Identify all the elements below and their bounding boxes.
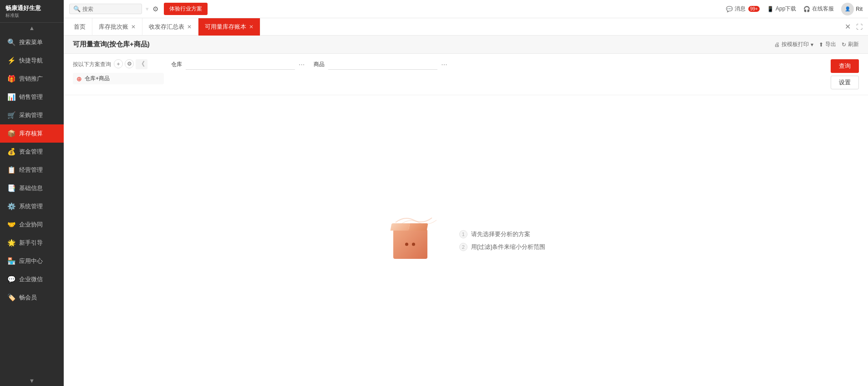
- sidebar-item-system[interactable]: ⚙️系统管理: [0, 197, 64, 216]
- sidebar-label-sales: 销售管理: [19, 93, 43, 101]
- print-dropdown-icon: ▾: [811, 41, 813, 48]
- search-icon: 🔍: [73, 5, 81, 12]
- online-service-label: 在线客服: [812, 5, 834, 13]
- tab-summary-label: 收发存汇总表: [149, 23, 184, 31]
- page-header: 可用量查询(按仓库+商品) 🖨 按模板打印 ▾ ⬆ 导出 ↻ 刷新: [64, 36, 868, 54]
- sidebar-icon-purchase: 🛒: [7, 111, 15, 119]
- sidebar-item-newbie[interactable]: 🌟新手引导: [0, 234, 64, 252]
- hint-num-1: 1: [459, 230, 467, 238]
- sidebar-label-inventory: 库存核算: [19, 129, 43, 138]
- settings-button[interactable]: 设置: [831, 76, 859, 89]
- topbar-right: 💬 消息 99+ 📱 App下载 🎧 在线客服 👤 Rit: [726, 3, 863, 15]
- empty-hint-2: 2 用[过滤]条件来缩小分析范围: [459, 243, 545, 251]
- topbar-separator: ▾: [146, 5, 149, 12]
- filter-schema-label-text: 按以下方案查询: [73, 61, 111, 68]
- online-service-button[interactable]: 🎧 在线客服: [803, 5, 834, 13]
- warehouse-input[interactable]: [186, 59, 295, 70]
- empty-eye-right: [412, 242, 415, 246]
- service-icon: 🎧: [803, 6, 810, 12]
- sidebar-icon-member: 🏷️: [7, 293, 15, 302]
- export-icon: ⬆: [819, 41, 823, 48]
- sidebar-item-search[interactable]: 🔍搜索菜单: [0, 33, 64, 51]
- warehouse-more-icon[interactable]: ···: [299, 61, 305, 69]
- empty-illustration: [386, 213, 441, 268]
- warehouse-label: 仓库: [171, 61, 182, 68]
- expand-button[interactable]: ⛶: [854, 21, 864, 32]
- empty-box-lid-left: [390, 223, 410, 231]
- industry-solution-button[interactable]: 体验行业方案: [164, 3, 208, 15]
- tab-summary[interactable]: 收发存汇总表 ✕: [142, 18, 198, 36]
- sidebar-item-marketing[interactable]: 🎁营销推广: [0, 70, 64, 88]
- sidebar-icon-shortcut: ⚡: [7, 57, 15, 65]
- tab-summary-close[interactable]: ✕: [187, 24, 192, 30]
- sidebar-icon-basic: 📑: [7, 184, 15, 192]
- app-download-button[interactable]: 📱 App下载: [767, 5, 796, 13]
- export-button[interactable]: ⬆ 导出: [819, 41, 836, 48]
- export-label: 导出: [825, 41, 836, 48]
- print-button[interactable]: 🖨 按模板打印 ▾: [774, 41, 813, 48]
- empty-hints: 1 请先选择要分析的方案 2 用[过滤]条件来缩小分析范围: [459, 230, 545, 251]
- sidebar-item-wechat[interactable]: 💬企业微信: [0, 270, 64, 288]
- tab-available[interactable]: 可用量库存账本 ✕: [198, 18, 260, 36]
- settings-schema-button[interactable]: ⚙: [125, 59, 134, 68]
- tab-batch[interactable]: 库存批次账 ✕: [92, 18, 142, 36]
- sidebar-item-purchase[interactable]: 🛒采购管理: [0, 106, 64, 124]
- sidebar-icon-system: ⚙️: [7, 202, 15, 211]
- message-icon: 💬: [726, 6, 733, 12]
- content-area: 可用量查询(按仓库+商品) 🖨 按模板打印 ▾ ⬆ 导出 ↻ 刷新: [64, 36, 868, 386]
- sidebar-icon-enterprise: 🤝: [7, 221, 15, 229]
- sidebar-scroll-up[interactable]: ▲: [0, 23, 64, 33]
- sidebar-label-member: 畅会员: [19, 293, 37, 302]
- empty-box-body: [393, 229, 427, 259]
- goods-input[interactable]: [328, 59, 437, 70]
- sidebar-icon-sales: 📊: [7, 93, 15, 101]
- message-label: 消息: [735, 5, 746, 13]
- sidebar-item-sales[interactable]: 📊销售管理: [0, 88, 64, 106]
- refresh-button[interactable]: ↻ 刷新: [842, 41, 859, 48]
- tab-batch-close[interactable]: ✕: [131, 24, 136, 30]
- print-label: 按模板打印: [782, 41, 809, 48]
- empty-hint-1: 1 请先选择要分析的方案: [459, 230, 545, 238]
- message-button[interactable]: 💬 消息 99+: [726, 5, 760, 13]
- sidebar-nav: 🔍搜索菜单⚡快捷导航🎁营销推广📊销售管理🛒采购管理📦库存核算💰资金管理📋经营管理…: [0, 33, 64, 376]
- query-button[interactable]: 查询: [831, 59, 859, 73]
- logo-sub: 标准版: [5, 12, 58, 19]
- user-area[interactable]: 👤 Rit: [841, 3, 863, 15]
- goods-label: 商品: [314, 61, 325, 68]
- search-input[interactable]: [82, 6, 128, 12]
- sidebar-label-newbie: 新手引导: [19, 239, 43, 247]
- close-all-tabs-button[interactable]: ✕: [843, 21, 853, 33]
- sidebar-item-operation[interactable]: 📋经营管理: [0, 161, 64, 179]
- refresh-icon: ↻: [842, 41, 846, 48]
- sidebar-item-shortcut[interactable]: ⚡快捷导航: [0, 51, 64, 70]
- page-header-actions: 🖨 按模板打印 ▾ ⬆ 导出 ↻ 刷新: [774, 41, 859, 48]
- goods-more-icon[interactable]: ···: [441, 61, 447, 69]
- sidebar-label-appstore: 应用中心: [19, 257, 43, 265]
- app-download-label: App下载: [776, 5, 796, 13]
- sidebar-item-member[interactable]: 🏷️畅会员: [0, 288, 64, 307]
- topbar-search-box[interactable]: 🔍: [69, 4, 142, 14]
- schema-warehouse-goods[interactable]: ⊕ 仓库+商品: [73, 73, 164, 84]
- tabs-right-actions: ✕ ⛶: [843, 21, 864, 33]
- print-icon: 🖨: [774, 41, 780, 48]
- tab-available-close[interactable]: ✕: [249, 24, 254, 30]
- tab-home[interactable]: 首页: [67, 18, 92, 36]
- filter-schema-label: 按以下方案查询 ＋ ⚙ 《: [73, 59, 164, 69]
- sidebar-icon-finance: 💰: [7, 148, 15, 156]
- collapse-schema-button[interactable]: 《: [136, 59, 147, 69]
- add-schema-button[interactable]: ＋: [114, 59, 123, 68]
- sidebar-label-system: 系统管理: [19, 202, 43, 211]
- empty-state: 1 请先选择要分析的方案 2 用[过滤]条件来缩小分析范围: [64, 95, 868, 386]
- sidebar-item-appstore[interactable]: 🏪应用中心: [0, 252, 64, 270]
- sidebar-label-shortcut: 快捷导航: [19, 57, 43, 65]
- sidebar-item-enterprise[interactable]: 🤝企业协同: [0, 216, 64, 234]
- sidebar-item-inventory[interactable]: 📦库存核算: [0, 124, 64, 143]
- sidebar-item-finance[interactable]: 💰资金管理: [0, 143, 64, 161]
- schema-icon: ⊕: [76, 75, 82, 82]
- sidebar-scroll-down[interactable]: ▼: [0, 376, 64, 386]
- schema-item-label: 仓库+商品: [85, 75, 110, 82]
- main-area: 🔍 ▾ ⚙ 体验行业方案 💬 消息 99+ 📱 App下载 🎧 在线客服 👤 R…: [64, 0, 868, 386]
- sidebar-label-search: 搜索菜单: [19, 38, 43, 46]
- sidebar-item-basic[interactable]: 📑基础信息: [0, 179, 64, 197]
- gear-icon[interactable]: ⚙: [152, 5, 158, 13]
